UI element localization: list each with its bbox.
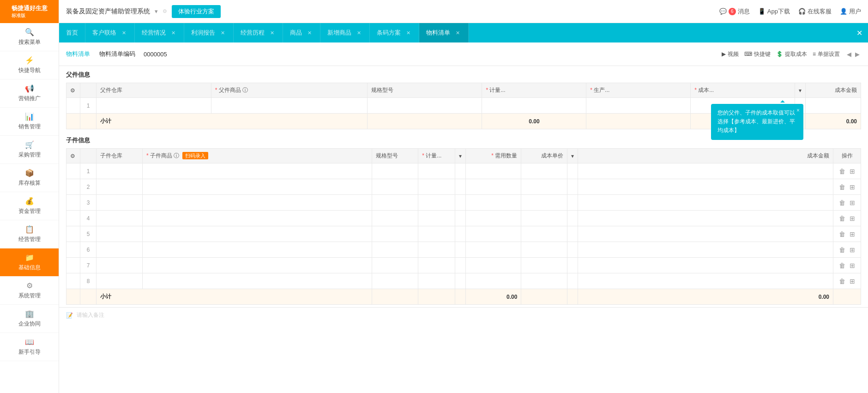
child-row-4-product[interactable] <box>143 211 372 226</box>
child-row-8-spec[interactable] <box>372 273 418 289</box>
child-row-7-unit-cost[interactable] <box>521 258 567 273</box>
sidebar-item-sales[interactable]: 📊 销售管理 <box>0 108 59 136</box>
child-row-3-unit[interactable] <box>418 195 455 211</box>
child-row-6-warehouse[interactable] <box>96 242 143 258</box>
child-row-1-product[interactable] <box>143 163 372 179</box>
tab-close-operations[interactable]: ✕ <box>170 30 177 36</box>
tab-close-new_products[interactable]: ✕ <box>356 30 362 36</box>
tab-close-bom[interactable]: ✕ <box>454 30 461 36</box>
child-col-gear[interactable]: ⚙ <box>66 149 80 163</box>
sidebar-item-purchase[interactable]: 🛒 采购管理 <box>0 136 59 164</box>
copy-row-5[interactable]: ⊞ <box>848 230 856 238</box>
nav-tab-home[interactable]: 首页 <box>59 23 85 42</box>
app-download-btn[interactable]: 📱 App下载 <box>758 7 790 16</box>
delete-row-5[interactable]: 🗑 <box>838 230 847 238</box>
parent-row-1-spec[interactable] <box>367 98 482 114</box>
nav-tab-barcode[interactable]: 条码方案✕ <box>370 23 419 42</box>
delete-row-8[interactable]: 🗑 <box>838 278 847 285</box>
tab-close-profit[interactable]: ✕ <box>219 30 226 36</box>
parent-row-1-warehouse[interactable] <box>96 98 211 114</box>
child-row-8-unit-cost[interactable] <box>521 273 567 289</box>
child-row-3-spec[interactable] <box>372 195 418 211</box>
child-row-2-unit-cost[interactable] <box>521 179 567 195</box>
child-row-6-spec[interactable] <box>372 242 418 258</box>
nav-tab-operations[interactable]: 经营情况✕ <box>135 23 184 42</box>
tooltip-close[interactable]: × <box>796 106 800 115</box>
sidebar-item-operations-mgr[interactable]: 📋 经营管理 <box>0 220 59 248</box>
child-row-8-warehouse[interactable] <box>96 273 143 289</box>
child-row-3-warehouse[interactable] <box>96 195 143 211</box>
child-row-5-spec[interactable] <box>372 226 418 242</box>
delete-row-1[interactable]: 🗑 <box>838 168 847 175</box>
child-row-8-product[interactable] <box>143 273 372 289</box>
child-row-5-warehouse[interactable] <box>96 226 143 242</box>
prev-arrow[interactable]: ◀ <box>845 51 853 58</box>
sidebar-item-enterprise[interactable]: 🏢 企业协同 <box>0 305 59 333</box>
child-row-5-unit-cost[interactable] <box>521 226 567 242</box>
child-row-6-unit[interactable] <box>418 242 455 258</box>
trial-button[interactable]: 体验行业方案 <box>172 5 221 18</box>
child-row-3-product[interactable] <box>143 195 372 211</box>
copy-row-4[interactable]: ⊞ <box>848 215 856 222</box>
nav-tab-new_products[interactable]: 新增商品✕ <box>320 23 370 42</box>
parent-row-1-mfg[interactable] <box>586 98 691 114</box>
child-row-1-warehouse[interactable] <box>96 163 143 179</box>
sidebar-item-search[interactable]: 🔍 搜索菜单 <box>0 23 59 51</box>
child-row-1-unit-cost[interactable] <box>521 163 567 179</box>
messages-btn[interactable]: 💬 6 消息 <box>719 7 750 16</box>
parent-col-gear[interactable]: ⚙ <box>66 83 80 98</box>
delete-row-7[interactable]: 🗑 <box>838 262 847 269</box>
tab-close-history[interactable]: ✕ <box>269 30 276 36</box>
shortcut-btn[interactable]: ⌨ 快捷键 <box>744 50 771 58</box>
child-row-6-unit-cost[interactable] <box>521 242 567 258</box>
sidebar-item-basic-info[interactable]: 📁 基础信息 <box>0 248 59 277</box>
child-row-2-spec[interactable] <box>372 179 418 195</box>
child-row-7-unit[interactable] <box>418 258 455 273</box>
tab-close-customers[interactable]: ✕ <box>121 30 127 36</box>
copy-row-8[interactable]: ⊞ <box>848 278 856 285</box>
child-row-8-qty[interactable] <box>466 273 521 289</box>
child-row-8-unit[interactable] <box>418 273 455 289</box>
child-row-2-product[interactable] <box>143 179 372 195</box>
child-row-1-qty[interactable] <box>466 163 521 179</box>
child-row-5-product[interactable] <box>143 226 372 242</box>
breadcrumb-parent[interactable]: 物料清单 <box>66 50 90 58</box>
view-video-btn[interactable]: ▶ 视频 <box>722 50 739 58</box>
tab-close-products[interactable]: ✕ <box>306 30 313 36</box>
child-row-4-qty[interactable] <box>466 211 521 226</box>
child-row-5-qty[interactable] <box>466 226 521 242</box>
header-gear[interactable]: ⚙ <box>163 8 167 14</box>
online-service-btn[interactable]: 🎧 在线客服 <box>798 7 832 16</box>
tab-close-barcode[interactable]: ✕ <box>405 30 412 36</box>
child-row-1-unit[interactable] <box>418 163 455 179</box>
sidebar-item-inventory[interactable]: 📦 库存核算 <box>0 164 59 192</box>
extract-cost-btn[interactable]: 💲 提取成本 <box>776 50 807 58</box>
copy-row-2[interactable]: ⊞ <box>848 183 856 191</box>
child-row-6-product[interactable] <box>143 242 372 258</box>
nav-tab-profit[interactable]: 利润报告✕ <box>184 23 234 42</box>
close-all-tabs[interactable]: ✕ <box>851 23 868 42</box>
sidebar-item-finance[interactable]: 💰 资金管理 <box>0 192 59 220</box>
child-row-1-spec[interactable] <box>372 163 418 179</box>
parent-row-1-product[interactable] <box>211 98 367 114</box>
child-row-5-unit[interactable] <box>418 226 455 242</box>
user-btn[interactable]: 👤 用户 <box>840 7 861 16</box>
dropdown-arrow[interactable]: ▾ <box>155 8 158 15</box>
sidebar-item-system[interactable]: ⚙ 系统管理 <box>0 277 59 305</box>
child-row-4-warehouse[interactable] <box>96 211 143 226</box>
child-row-7-warehouse[interactable] <box>96 258 143 273</box>
nav-tab-history[interactable]: 经营历程✕ <box>234 23 283 42</box>
copy-row-6[interactable]: ⊞ <box>848 246 856 254</box>
child-row-3-unit-cost[interactable] <box>521 195 567 211</box>
copy-row-7[interactable]: ⊞ <box>848 262 856 269</box>
child-row-7-product[interactable] <box>143 258 372 273</box>
child-row-7-qty[interactable] <box>466 258 521 273</box>
child-row-2-unit[interactable] <box>418 179 455 195</box>
child-row-4-unit[interactable] <box>418 211 455 226</box>
nav-tab-customers[interactable]: 客户联络✕ <box>85 23 135 42</box>
child-row-3-qty[interactable] <box>466 195 521 211</box>
child-row-4-spec[interactable] <box>372 211 418 226</box>
delete-row-2[interactable]: 🗑 <box>838 183 847 191</box>
child-row-2-warehouse[interactable] <box>96 179 143 195</box>
parent-row-1-unit[interactable] <box>482 98 586 114</box>
